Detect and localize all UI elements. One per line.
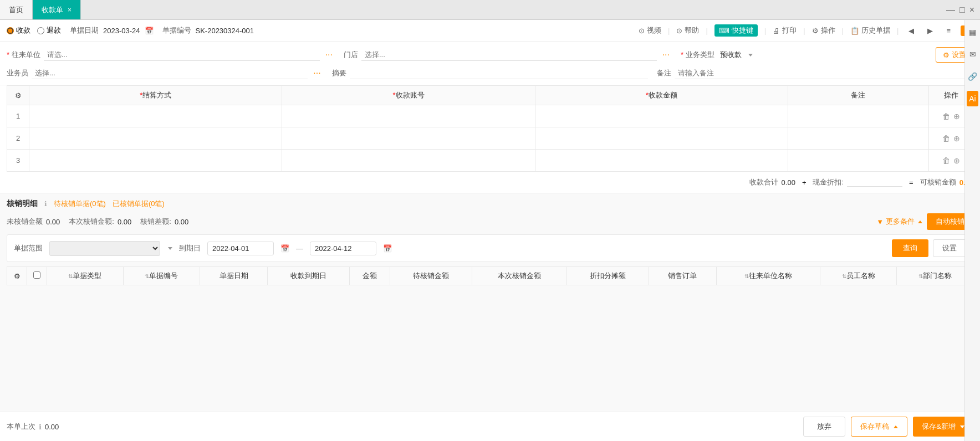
sidebar-ai-icon[interactable]: Ai: [967, 91, 978, 106]
nav-next-btn[interactable]: ▶: [924, 25, 936, 36]
save-draft-btn[interactable]: 保存草稿: [851, 417, 907, 437]
row-2-remark[interactable]: [788, 127, 928, 150]
uncancelled-label: 未核销金额: [7, 217, 43, 227]
tab-current[interactable]: 收款单 ×: [33, 0, 81, 19]
nav-prev-btn[interactable]: ◀: [905, 25, 917, 36]
date-from-calendar-icon[interactable]: 📅: [280, 244, 289, 253]
uncancelled-stat: 未核销金额 0.00: [7, 217, 60, 227]
staff-input[interactable]: [32, 67, 308, 79]
doc-date-group: 单据日期 2023-03-24 📅: [70, 25, 154, 35]
bottom-col-pending: 待核销金额: [390, 267, 472, 285]
row-3-account[interactable]: [282, 150, 535, 172]
discount-input[interactable]: [847, 178, 902, 187]
date-to-calendar-icon[interactable]: 📅: [383, 244, 392, 253]
bottom-col-doc-date: 单据日期: [200, 267, 268, 285]
print-btn[interactable]: 🖨 打印: [773, 25, 797, 35]
remark-input[interactable]: [675, 67, 973, 79]
window-max-btn[interactable]: □: [959, 5, 965, 15]
reconcile-header: 核销明细 ℹ 待核销单据(0笔) 已核销单据(0笔): [7, 199, 973, 209]
radio-receipt-input[interactable]: [7, 27, 14, 34]
abandon-btn[interactable]: 放弃: [803, 417, 845, 437]
store-more-btn[interactable]: ···: [660, 50, 672, 60]
sidebar-link-icon[interactable]: 🔗: [966, 69, 979, 84]
bottom-col-settings[interactable]: ⚙: [7, 267, 27, 285]
sidebar-mail-icon[interactable]: ✉: [967, 47, 978, 62]
row-1-copy-btn[interactable]: ⊕: [953, 112, 960, 121]
row-2-delete-btn[interactable]: 🗑: [942, 134, 950, 143]
date-to-input[interactable]: [310, 242, 376, 255]
row-3-delete-btn[interactable]: 🗑: [942, 156, 950, 165]
range-select[interactable]: [49, 241, 160, 256]
form-row-2: 业务员 ··· 摘要 备注: [7, 67, 973, 79]
footer-info-icon[interactable]: ℹ: [39, 423, 42, 431]
receipt-type-group: 收款 退款: [7, 25, 61, 35]
row-2-account[interactable]: [282, 127, 535, 150]
current-value: 0.00: [45, 423, 59, 431]
footer-info: 本单上次 ℹ 0.00: [7, 422, 59, 432]
row-3-remark[interactable]: [788, 150, 928, 172]
pending-tab[interactable]: 待核销单据(0笔): [54, 199, 106, 209]
summary-input[interactable]: [350, 67, 649, 79]
staff-more-btn[interactable]: ···: [311, 68, 323, 78]
toolbar-right: ⊙ 视频 | ⊙ 帮助 | ⌨ 快捷键 | 🖨 打印 | ⚙ 操作: [639, 24, 973, 37]
calendar-icon[interactable]: 📅: [145, 27, 154, 35]
radio-receipt[interactable]: 收款: [7, 25, 30, 35]
business-type-dropdown-icon[interactable]: [748, 54, 753, 57]
tab-home[interactable]: 首页: [0, 0, 33, 19]
operate-btn[interactable]: ⚙ 操作: [812, 25, 835, 35]
uncancelled-value: 0.00: [46, 218, 60, 226]
save-draft-chevron-icon: [894, 425, 898, 428]
date-separator: —: [296, 244, 303, 253]
filter-settings-btn[interactable]: 设置: [933, 239, 966, 257]
row-3-amount[interactable]: [535, 150, 788, 172]
doc-date-label: 单据日期: [70, 25, 99, 35]
reconcile-info-icon[interactable]: ℹ: [44, 200, 47, 208]
current-label: 本次核销金额:: [69, 217, 114, 227]
shortcut-btn[interactable]: ⌨ 快捷键: [714, 24, 758, 37]
radio-refund[interactable]: 退款: [37, 25, 61, 35]
tab-close-icon[interactable]: ×: [68, 6, 72, 14]
counterpart-more-btn[interactable]: ···: [323, 50, 335, 60]
history-label: 历史单据: [861, 25, 890, 35]
row-2-copy-btn[interactable]: ⊕: [953, 134, 960, 143]
done-tab[interactable]: 已核销单据(0笔): [113, 199, 165, 209]
more-filter-btn[interactable]: ▼ 更多条件: [876, 217, 922, 227]
row-1-amount[interactable]: [535, 105, 788, 127]
due-date-label: 到期日: [179, 243, 201, 253]
discount-label: 现金折扣:: [813, 177, 844, 187]
diff-stat: 核销差额: 0.00: [140, 217, 188, 227]
col-settings-header[interactable]: ⚙: [7, 86, 29, 105]
row-3-settlement[interactable]: [29, 150, 282, 172]
layout-btn[interactable]: ≡: [943, 25, 954, 36]
help-btn[interactable]: ⊙ 帮助: [676, 25, 699, 35]
sidebar-table-icon[interactable]: ▦: [967, 24, 978, 40]
radio-refund-input[interactable]: [37, 27, 44, 34]
table-settings-icon[interactable]: ⚙: [15, 91, 22, 100]
query-btn[interactable]: 查询: [892, 239, 928, 257]
select-all-checkbox[interactable]: [33, 271, 40, 279]
date-from-input[interactable]: [207, 242, 274, 255]
window-close-btn[interactable]: ×: [969, 5, 974, 15]
reconcile-title: 核销明细: [7, 199, 38, 209]
bottom-col-staff: ⇅员工名称: [820, 267, 897, 285]
plus-sign: +: [802, 178, 807, 187]
toolbar: 收款 退款 单据日期 2023-03-24 📅 单据编号 SK-20230324…: [0, 20, 980, 42]
bottom-col-dept: ⇅部门名称: [897, 267, 973, 285]
row-2-settlement[interactable]: [29, 127, 282, 150]
window-min-btn[interactable]: —: [946, 5, 955, 15]
row-1-delete-btn[interactable]: 🗑: [942, 112, 950, 121]
row-1-account[interactable]: [282, 105, 535, 127]
row-3-copy-btn[interactable]: ⊕: [953, 156, 960, 165]
bottom-settings-icon[interactable]: ⚙: [14, 272, 21, 280]
current-stat: 本次核销金额: 0.00: [69, 217, 131, 227]
row-2-amount[interactable]: [535, 127, 788, 150]
counterpart-input[interactable]: [44, 49, 320, 61]
video-btn[interactable]: ⊙ 视频: [639, 25, 661, 35]
row-1-remark[interactable]: [788, 105, 928, 127]
row-1-settlement[interactable]: [29, 105, 282, 127]
history-btn[interactable]: 📋 历史单据: [850, 25, 890, 35]
bottom-col-checkbox[interactable]: [27, 267, 47, 285]
doc-no-value: SK-20230324-001: [196, 27, 254, 35]
table-row: 3 🗑 ⊕: [7, 150, 973, 172]
store-input[interactable]: [361, 49, 657, 61]
